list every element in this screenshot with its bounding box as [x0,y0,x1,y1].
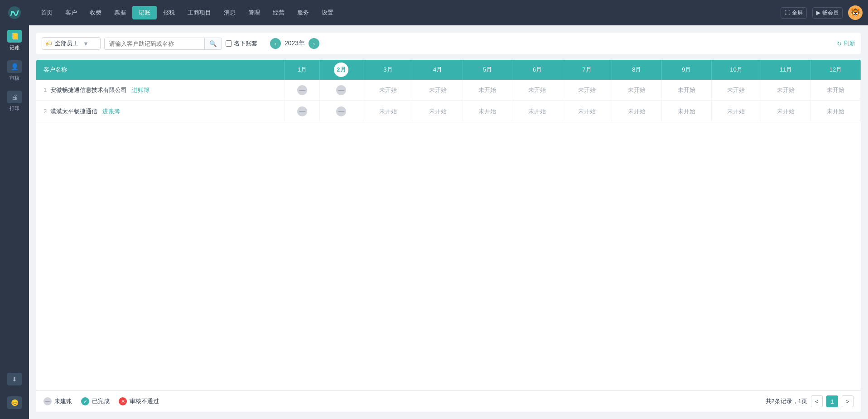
nav-tax[interactable]: 报税 [157,6,181,19]
sidebar-item-audit[interactable]: 👤 审核 [0,56,29,86]
user-avatar[interactable]: 🐯 [848,5,863,20]
row2-apr: 未开始 [413,101,463,122]
nav-manage[interactable]: 管理 [242,6,266,19]
my-accounts-checkbox-wrap[interactable]: 名下账套 [226,39,257,48]
sidebar: 📒 记账 👤 审核 🖨 打印 ⬇ 😊 [0,0,29,419]
svg-point-1 [11,11,13,13]
chevron-down-icon: ▼ [83,40,89,47]
row1-nov-status: 未开始 [777,87,795,93]
nav-customer[interactable]: 客户 [59,6,83,19]
row2-company-name: 漠漠太平畅捷通信 [50,108,97,115]
member-label: 畅会员 [822,9,839,17]
member-icon: ▶ [816,10,820,16]
row1-dec-status: 未开始 [827,87,844,93]
nav-bizitem[interactable]: 工商项目 [181,6,217,19]
legend-not-built-dot: — [43,397,52,405]
search-button[interactable]: 🔍 [204,38,222,49]
row1-name-cell: 1 安徽畅捷通信息技术有限公司 进账簿 [36,80,285,101]
sidebar-item-help[interactable]: 😊 [0,392,29,414]
nav-home[interactable]: 首页 [34,6,59,19]
row2-jul: 未开始 [562,101,612,122]
nav-message[interactable]: 消息 [217,6,242,19]
row2-enter-ledger-link[interactable]: 进账簿 [102,108,120,115]
page-current-button[interactable]: 1 [826,395,838,407]
row1-enter-ledger-link[interactable]: 进账簿 [132,87,149,93]
row2-jan-dash: — [297,106,307,116]
row1-jan: — [285,80,319,101]
row2-name-cell: 2 漠漠太平畅捷通信 进账簿 [36,101,285,122]
page-prev-button[interactable]: < [811,395,823,407]
employee-select[interactable]: 🏷 全部员工 ▼ [42,37,101,50]
refresh-label: 刷新 [844,39,855,48]
row1-feb-dash: — [336,85,346,95]
nav-invoice[interactable]: 票据 [108,6,132,19]
table-row: 2 漠漠太平畅捷通信 进账簿 — — 未开始 未开始 未开始 未开始 未开始 未… [36,101,861,122]
row1-aug-status: 未开始 [628,87,646,93]
sidebar-item-download[interactable]: ⬇ [0,368,29,390]
col-sep: 9月 [661,60,711,80]
member-button[interactable]: ▶ 畅会员 [812,7,843,19]
row2-apr-status: 未开始 [429,108,447,115]
content-area: 🏷 全部员工 ▼ 🔍 名下账套 ‹ 2023年 › ↻ 刷新 [29,25,868,419]
row1-oct-status: 未开始 [727,87,745,93]
row2-index: 2 [43,108,47,115]
row1-apr: 未开始 [413,80,463,101]
row2-aug: 未开始 [612,101,661,122]
row1-may: 未开始 [463,80,512,101]
row2-dec: 未开始 [811,101,861,122]
search-input[interactable] [105,38,204,49]
refresh-button[interactable]: ↻ 刷新 [837,39,855,48]
nav-operation[interactable]: 经营 [266,6,291,19]
nav-service[interactable]: 服务 [291,6,315,19]
total-records-text: 共2条记录，1页 [766,397,807,405]
row2-jun-status: 未开始 [528,108,546,115]
row1-jan-dash: — [297,85,307,95]
row2-jun: 未开始 [512,101,562,122]
footer: — 未建账 ✓ 已完成 ✕ 审核不通过 共2条记录，1页 < 1 > [36,390,861,412]
row2-oct-status: 未开始 [727,108,745,115]
col-aug: 8月 [612,60,661,80]
col-nov: 11月 [761,60,811,80]
row2-feb-dash: — [336,106,346,116]
nav-settings[interactable]: 设置 [315,6,340,19]
row1-jun-status: 未开始 [528,87,546,93]
sidebar-item-print[interactable]: 🖨 打印 [0,86,29,116]
accounts-table: 客户名称 1月 2月 3月 4月 5月 6月 7月 8月 9月 [36,60,861,122]
year-next-button[interactable]: › [309,38,319,49]
row2-may-status: 未开始 [478,108,496,115]
legend-rejected-label: 审核不通过 [130,397,159,405]
sidebar-item-ledger[interactable]: 📒 记账 [0,25,29,56]
fullscreen-button[interactable]: ⛶ 全屏 [781,7,807,19]
my-accounts-checkbox[interactable] [226,40,232,47]
table-header-row: 客户名称 1月 2月 3月 4月 5月 6月 7月 8月 9月 [36,60,861,80]
nav-collection[interactable]: 收费 [83,6,108,19]
legend-not-built: — 未建账 [43,397,72,405]
col-dec: 12月 [811,60,861,80]
row2-oct: 未开始 [711,101,761,122]
sidebar-bottom: ⬇ 😊 [0,368,29,419]
year-navigation: ‹ 2023年 › [270,38,319,49]
row1-jun: 未开始 [512,80,562,101]
col-jul: 7月 [562,60,612,80]
page-next-button[interactable]: > [842,395,854,407]
top-navigation: 首页 客户 收费 票据 记账 报税 工商项目 消息 管理 经营 服务 设置 ⛶ … [29,0,868,25]
row2-jan: — [285,101,319,122]
help-icon: 😊 [7,396,22,409]
row1-apr-status: 未开始 [429,87,447,93]
row1-jul: 未开始 [562,80,612,101]
row1-sep: 未开始 [661,80,711,101]
toolbar: 🏷 全部员工 ▼ 🔍 名下账套 ‹ 2023年 › ↻ 刷新 [36,33,861,54]
row1-dec: 未开始 [811,80,861,101]
row1-nov: 未开始 [761,80,811,101]
nav-ledger[interactable]: 记账 [132,6,157,19]
year-prev-button[interactable]: ‹ [270,38,281,49]
avatar-emoji: 🐯 [850,8,860,18]
audit-icon: 👤 [7,60,22,73]
row1-sep-status: 未开始 [678,87,695,93]
table-row: 1 安徽畅捷通信息技术有限公司 进账簿 — — 未开始 未开始 未开始 未开始 … [36,80,861,101]
row2-may: 未开始 [463,101,512,122]
ledger-icon: 📒 [7,30,22,43]
topnav-right: ⛶ 全屏 ▶ 畅会员 🐯 [781,5,863,20]
legend-completed-label: 已完成 [92,397,110,405]
accounts-table-wrap: 客户名称 1月 2月 3月 4月 5月 6月 7月 8月 9月 [36,60,861,390]
